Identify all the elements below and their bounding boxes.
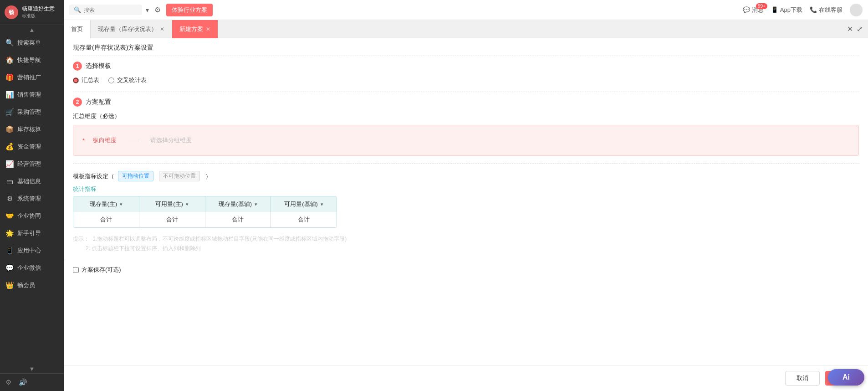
- cooperation-icon: 🤝: [5, 212, 14, 220]
- topbar-message[interactable]: 💬 消息 99+: [743, 6, 764, 14]
- radio-crosstab[interactable]: 交叉统计表: [108, 76, 147, 84]
- sidebar-item-quick-nav[interactable]: 🏠 快捷导航: [0, 51, 64, 69]
- topbar-right: 💬 消息 99+ 📱 App下载 📞 在线客服: [743, 4, 863, 16]
- sidebar-item-label: 资金管理: [17, 143, 41, 151]
- col-3[interactable]: 可用量(基辅) ▾: [271, 196, 337, 212]
- tab-new-plan-close-icon[interactable]: ✕: [206, 26, 210, 32]
- col-3-arrow[interactable]: ▾: [321, 201, 323, 207]
- cancel-button[interactable]: 取消: [785, 371, 820, 386]
- app-download-label: App下载: [780, 6, 802, 14]
- vertical-dim-placeholder: 请选择分组维度: [150, 136, 192, 144]
- topbar-search-box[interactable]: 🔍: [69, 5, 142, 15]
- service-label: 在线客服: [819, 6, 842, 14]
- radio-summary[interactable]: 汇总表: [73, 76, 99, 84]
- system-icon: ⚙: [5, 195, 14, 203]
- sidebar-item-label: 销售管理: [17, 91, 41, 99]
- col-0-label: 现存量(主): [90, 200, 117, 208]
- step2-title: 方案配置: [86, 98, 111, 106]
- sidebar-item-search-menu[interactable]: 🔍 搜索菜单: [0, 34, 64, 51]
- tab-close-btn[interactable]: ✕: [847, 25, 853, 33]
- sidebar-item-system[interactable]: ⚙ 系统管理: [0, 190, 64, 207]
- col-1-label: 可用量(主): [155, 200, 183, 208]
- logo-text-block: 畅康通好生意 标准版: [22, 5, 55, 19]
- sidebar-item-finance[interactable]: 💰 资金管理: [0, 138, 64, 155]
- col-1-arrow[interactable]: ▾: [186, 201, 189, 207]
- vertical-dim-label: 纵向维度: [93, 136, 117, 144]
- sidebar-item-inventory[interactable]: 📦 库存核算: [0, 121, 64, 138]
- indicator-settings: 模板指标设定（ 可拖动位置 不可拖动位置 ）: [73, 171, 859, 181]
- col-2-arrow[interactable]: ▾: [255, 201, 257, 207]
- member-icon: 👑: [5, 281, 14, 289]
- save-plan-checkbox[interactable]: [73, 267, 79, 273]
- sidebar-item-app-center[interactable]: 📱 应用中心: [0, 242, 64, 259]
- app-name: 畅康通好生意: [22, 5, 55, 13]
- cell-0: 合计: [73, 212, 139, 227]
- sidebar-item-marketing[interactable]: 🎁 营销推广: [0, 69, 64, 86]
- sidebar-scroll-up[interactable]: ▲: [0, 25, 64, 34]
- step1-section: 1 选择模板 汇总表 交叉统计表: [73, 62, 859, 84]
- app-icon: 📱: [771, 6, 778, 13]
- trial-btn[interactable]: 体验行业方案: [166, 4, 213, 16]
- sound-icon[interactable]: 🔊: [19, 378, 27, 386]
- radio-crosstab-input[interactable]: [108, 77, 114, 83]
- save-plan-label[interactable]: 方案保存(可选): [73, 266, 121, 274]
- sidebar-item-basic-info[interactable]: 🗃 基础信息: [0, 173, 64, 190]
- tips-content: 提示： 1.拖动标题栏可以调整布局，不可跨维度或指标区域拖动栏目字段(只能在同一…: [73, 235, 859, 243]
- radio-summary-label: 汇总表: [82, 76, 99, 84]
- sidebar-scroll-down[interactable]: ▼: [0, 364, 64, 373]
- tips-item-1: 2. 点击标题栏下拉可设置排序、插入列和删除列: [73, 245, 859, 252]
- wechat-icon: 💬: [5, 264, 14, 272]
- ai-fab-button[interactable]: Ai: [828, 369, 864, 386]
- settings-icon[interactable]: ⚙: [5, 378, 11, 386]
- sidebar-item-sales[interactable]: 📊 销售管理: [0, 86, 64, 103]
- topbar-online-service[interactable]: 📞 在线客服: [810, 6, 842, 14]
- page-title: 现存量(库存状况表)方案设置: [64, 38, 868, 56]
- radio-summary-input[interactable]: [73, 77, 79, 83]
- sidebar-item-label: 快捷导航: [17, 56, 41, 64]
- sidebar-item-operations[interactable]: 📈 经营管理: [0, 155, 64, 173]
- footer-buttons: 取消 查询: [64, 365, 868, 391]
- tips-section: 提示： 1.拖动标题栏可以调整布局，不可跨维度或指标区域拖动栏目字段(只能在同一…: [73, 235, 859, 252]
- user-avatar[interactable]: [850, 4, 863, 16]
- tab-inventory-close-icon[interactable]: ✕: [160, 26, 164, 32]
- sidebar-item-wechat[interactable]: 💬 企业微信: [0, 259, 64, 277]
- col-0[interactable]: 现存量(主) ▾: [73, 196, 139, 212]
- required-star: *: [82, 137, 85, 144]
- search-input[interactable]: [84, 7, 129, 13]
- sidebar-item-purchase[interactable]: 🛒 采购管理: [0, 103, 64, 121]
- operations-icon: 📈: [5, 160, 14, 168]
- inventory-icon: 📦: [5, 125, 14, 134]
- tabbar: 首页 现存量（库存状况表） ✕ 新建方案 ✕ ✕ ⤢: [64, 20, 868, 38]
- tab-new-plan[interactable]: 新建方案 ✕: [172, 20, 218, 38]
- sidebar-item-cooperation[interactable]: 🤝 企业协同: [0, 207, 64, 225]
- sidebar-item-label: 库存核算: [17, 125, 41, 134]
- indicator-close-paren: ）: [205, 172, 211, 180]
- topbar-dropdown-icon[interactable]: ▾: [146, 6, 149, 14]
- vertical-dim-dash: ——: [128, 137, 139, 144]
- newcomer-icon: 🌟: [5, 229, 14, 237]
- quick-nav-icon: 🏠: [5, 56, 14, 64]
- stats-section: 统计指标 现存量(主) ▾ 可用量(主) ▾ 现存量(基辅): [73, 185, 859, 228]
- col-1[interactable]: 可用量(主) ▾: [139, 196, 205, 212]
- tab-inventory-status[interactable]: 现存量（库存状况表） ✕: [91, 20, 172, 38]
- app-center-icon: 📱: [5, 247, 14, 255]
- tab-home-label: 首页: [71, 25, 83, 33]
- sidebar-item-label: 基础信息: [17, 177, 41, 185]
- sidebar-item-label: 新手引导: [17, 229, 41, 237]
- tab-expand-btn[interactable]: ⤢: [857, 25, 863, 33]
- sidebar-item-member[interactable]: 👑 畅会员: [0, 277, 64, 294]
- col-2[interactable]: 现存量(基辅) ▾: [205, 196, 271, 212]
- tab-home[interactable]: 首页: [64, 20, 91, 38]
- cell-1: 合计: [139, 212, 205, 227]
- topbar-app-download[interactable]: 📱 App下载: [771, 6, 802, 14]
- step1-title: 选择模板: [86, 62, 111, 70]
- logo-icon: 畅: [5, 5, 18, 19]
- col-0-arrow[interactable]: ▾: [120, 201, 123, 207]
- topbar-gear-icon[interactable]: ⚙: [154, 5, 161, 14]
- sidebar-item-newcomer[interactable]: 🌟 新手引导: [0, 225, 64, 242]
- sales-icon: 📊: [5, 91, 14, 99]
- basic-info-icon: 🗃: [5, 177, 14, 185]
- sidebar-item-label: 采购管理: [17, 108, 41, 116]
- save-plan-row: 方案保存(可选): [64, 260, 868, 279]
- sidebar-item-label: 经营管理: [17, 160, 41, 168]
